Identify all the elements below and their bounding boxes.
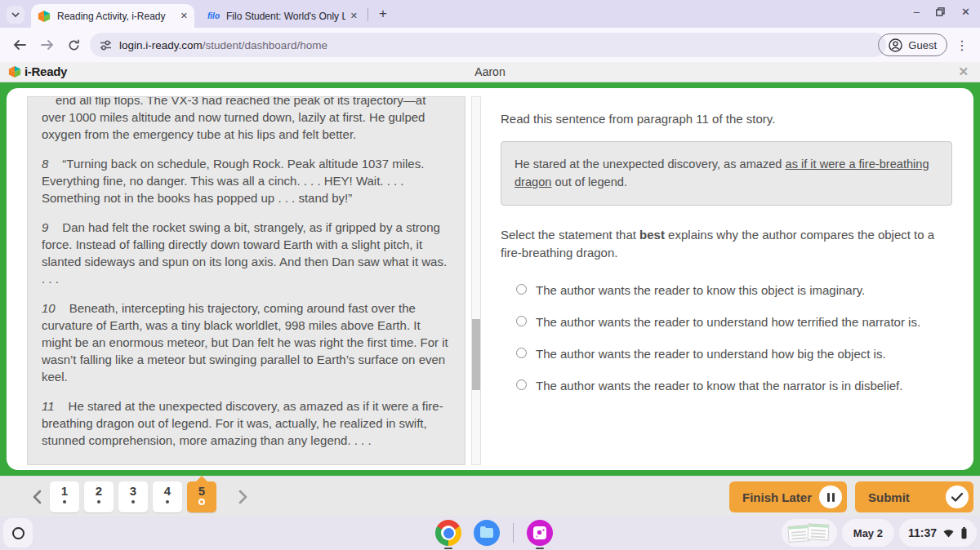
gallery-app-button[interactable] [527,520,553,546]
activity-navbar: 1 2 3 4 5 Finish Later Submit [0,476,980,516]
question-prompt: Read this sentence from paragraph 11 of … [501,112,956,126]
pause-icon [819,486,842,508]
running-indicator [444,548,452,549]
chrome-app-button[interactable] [435,520,461,546]
status-area: May 2 11:37 [782,519,977,547]
page-button-3[interactable]: 3 [118,481,148,512]
browser-tab-strip: Reading Activity, i-Ready ✕ filo Filo St… [0,0,980,28]
quote-box: He stared at the unexpected discovery, a… [501,141,952,206]
gallery-icon [527,520,553,546]
answer-option-3[interactable]: The author wants the reader to understan… [501,345,956,362]
option-label: The author wants the reader to understan… [536,313,920,330]
chrome-icon [435,520,461,546]
url-bar[interactable]: login.i-ready.com/student/dashboard/home [90,33,886,57]
radio-button[interactable] [516,348,527,358]
story-paragraph: 9Dan had felt the rocket swing a bit, st… [42,219,451,287]
close-window-button[interactable]: ✕ [961,6,970,18]
story-paragraph: 11He stared at the unexpected discovery,… [42,397,451,449]
paragraph-text: Beneath, intercepting his trajectory, co… [42,301,448,384]
window-controls: – ✕ [914,6,970,18]
scrollbar-thumb[interactable] [472,319,480,390]
launcher-button[interactable] [3,518,33,548]
tune-icon[interactable] [100,39,112,51]
page-dot [198,499,205,505]
question-emphasis: best [639,228,665,242]
page-dot [131,500,135,503]
reload-button[interactable] [64,35,83,55]
chevron-left-icon [33,490,42,504]
next-page-button[interactable] [232,485,253,509]
submit-button[interactable]: Submit [855,481,973,512]
tab-filo-student[interactable]: filo Filo Student: World's Only Live ✕ [201,4,364,28]
paragraph-text: end all flip flops. The VX-3 had reached… [42,96,425,141]
page-button-5-active[interactable]: 5 [187,481,216,512]
new-tab-button[interactable]: + [374,5,392,23]
screenshot-thumbnail[interactable] [782,519,837,547]
tab-title: Reading Activity, i-Ready [57,11,176,22]
shelf-separator [513,523,514,543]
filo-favicon: filo [207,11,220,20]
answer-option-1[interactable]: The author wants the reader to know this… [501,282,956,299]
date-pill[interactable]: May 2 [842,519,894,547]
option-label: The author wants the reader to know that… [536,377,902,394]
paragraph-text: Dan had felt the rocket swing a bit, str… [42,220,447,286]
system-tray[interactable]: 11:37 [899,519,977,547]
thumbnail-sheet [807,523,829,540]
page-button-1[interactable]: 1 [50,481,79,512]
radio-button[interactable] [516,284,527,295]
iready-header: i-Ready Aaron ✕ [0,62,980,82]
page-button-2[interactable]: 2 [84,481,114,512]
paragraph-number: 10 [42,301,56,315]
answer-options: The author wants the reader to know this… [501,282,956,394]
tab-close-icon[interactable]: ✕ [180,11,188,21]
guest-profile-button[interactable]: Guest [878,33,947,56]
paragraph-number: 8 [42,157,48,171]
back-button[interactable] [10,35,29,55]
tab-reading-activity[interactable]: Reading Activity, i-Ready ✕ [31,4,194,28]
chevron-down-icon [11,12,20,17]
radio-button[interactable] [516,316,527,326]
date-label: May 2 [853,527,883,539]
radio-button[interactable] [516,379,527,390]
story-paragraph: end all flip flops. The VX-3 had reached… [42,96,451,143]
page-button-4[interactable]: 4 [153,481,182,512]
prev-page-button[interactable] [26,485,47,509]
tab-close-icon[interactable]: ✕ [350,11,358,21]
activity-close-icon[interactable]: ✕ [958,64,969,79]
story-paragraph: 8“Turning back on schedule, Rough Rock. … [42,155,451,206]
story-panel[interactable]: end all flip flops. The VX-3 had reached… [27,96,466,465]
guest-label: Guest [908,39,937,51]
chromeos-shelf: May 2 11:37 [0,516,980,550]
check-icon [946,486,969,508]
person-icon [889,38,902,52]
answer-option-2[interactable]: The author wants the reader to understan… [501,313,956,330]
files-app-button[interactable] [474,520,500,546]
shelf-apps [435,520,553,546]
tab-search-button[interactable] [7,6,24,24]
url-path: /student/dashboard/home [203,39,327,51]
browser-toolbar: login.i-ready.com/student/dashboard/home… [0,28,980,62]
quote-text: He stared at the unexpected discovery, a… [514,157,786,171]
tab-separator [368,8,368,21]
browser-menu-button[interactable]: ⋮ [954,34,970,55]
option-label: The author wants the reader to understan… [536,345,886,362]
restore-button[interactable] [936,7,945,16]
page-dot [97,500,100,503]
files-icon [474,520,500,546]
running-indicator [536,548,544,549]
answer-option-4[interactable]: The author wants the reader to know that… [501,377,956,394]
finish-later-button[interactable]: Finish Later [729,481,847,512]
page-dot [166,500,169,503]
battery-icon [960,526,968,539]
minimize-button[interactable]: – [914,6,920,18]
student-name: Aaron [0,65,980,78]
activity-frame: end all flip flops. The VX-3 had reached… [0,82,980,476]
forward-button[interactable] [38,35,57,55]
url-host: login.i-ready.com [119,39,203,51]
story-text: end all flip flops. The VX-3 had reached… [28,96,465,449]
thumbnail-sheet [787,525,809,543]
story-paragraph: 10Beneath, intercepting his trajectory, … [42,299,451,385]
story-scrollbar[interactable] [471,96,481,465]
chevron-right-icon [238,490,247,504]
paragraph-text: He stared at the unexpected discovery, a… [42,399,443,447]
